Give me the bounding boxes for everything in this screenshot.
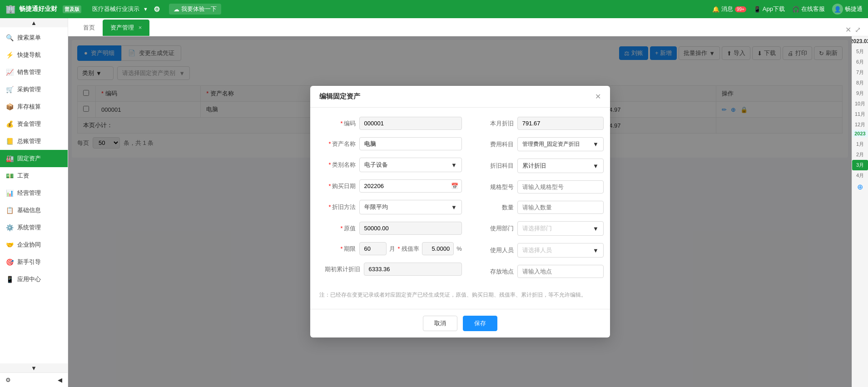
search-icon: 🔍 [5, 34, 14, 42]
notification-btn[interactable]: 🔔 消息 99+ [712, 5, 746, 13]
cal-month-9[interactable]: 9月 [852, 88, 868, 99]
original-value-input[interactable] [359, 222, 462, 235]
cal-month-3[interactable]: 3月 [852, 160, 868, 170]
department-select[interactable]: 请选择部门 ▼ [517, 221, 604, 236]
calendar-icon[interactable]: 📅 [451, 183, 458, 189]
sidebar-item-payroll[interactable]: 💵 工资 [0, 167, 68, 184]
sidebar-item-inventory[interactable]: 📦 库存核算 [0, 98, 68, 115]
quantity-input[interactable] [517, 201, 604, 214]
cal-add-icon[interactable]: ⊕ [857, 183, 863, 191]
payroll-icon: 💵 [5, 172, 14, 180]
sidebar-item-label: 基础信息 [17, 206, 41, 214]
sidebar-item-collaboration[interactable]: 🤝 企业协同 [0, 236, 68, 253]
tab-home[interactable]: 首页 [75, 20, 103, 36]
person-label: 使用人员 [473, 246, 514, 254]
period-unit: 月 [389, 245, 395, 253]
sidebar-item-label: 系统管理 [17, 223, 41, 232]
sidebar-item-ledger[interactable]: 📒 总账管理 [0, 133, 68, 150]
period-row: 月 * 残值率 % [359, 242, 462, 255]
cal-month-1[interactable]: 1月 [852, 139, 868, 149]
initial-accumulated-label: 期初累计折旧 [319, 265, 360, 273]
chevron-category-icon: ▼ [451, 162, 457, 169]
sidebar-menu: 🔍 搜索菜单 ⚡ 快捷导航 📈 销售管理 🛒 采购管理 📦 库存核算 [0, 27, 68, 363]
sidebar-item-label: 总账管理 [17, 137, 41, 145]
period-input[interactable] [359, 242, 387, 255]
sidebar-item-label: 资金管理 [17, 120, 41, 128]
cancel-button[interactable]: 取消 [423, 316, 457, 331]
cal-month-8[interactable]: 8月 [852, 78, 868, 88]
settings-icon[interactable]: ⚙ [154, 5, 160, 14]
person-placeholder: 请选择人员 [522, 246, 552, 254]
cal-month-2[interactable]: 2月 [852, 149, 868, 160]
tab-asset-mgmt-label: 资产管理 [110, 24, 134, 31]
sidebar-item-label: 应用中心 [17, 275, 41, 283]
period-label: *期限 [319, 245, 356, 253]
experience-btn[interactable]: ☁ 我要体验一下 [169, 4, 221, 15]
online-service-btn[interactable]: 🎧 在线客服 [792, 5, 825, 13]
sidebar-item-quick-nav[interactable]: ⚡ 快捷导航 [0, 46, 68, 64]
depreciation-account-value: 累计折旧 [522, 162, 546, 170]
tab-close-all-icon[interactable]: ✕ [845, 25, 851, 34]
initial-accumulated-input[interactable] [364, 263, 462, 276]
cal-month-7[interactable]: 7月 [852, 67, 868, 78]
location-input[interactable] [517, 265, 604, 278]
settings-gear-icon[interactable]: ⚙ [5, 377, 11, 383]
modal-note: 注：已经存在变更记录或者对应固定资产已经生成凭证，原值、购买日期、残值率、累计折… [319, 291, 601, 299]
code-input[interactable] [359, 117, 462, 130]
modal-title: 编辑固定资产 [319, 92, 360, 101]
notification-label: 消息 [721, 5, 733, 13]
department-placeholder: 请选择部门 [522, 224, 552, 233]
monthly-depreciation-input[interactable] [517, 117, 604, 130]
purchase-date-input[interactable] [359, 179, 462, 193]
collapse-sidebar-btn[interactable]: ◀ [58, 377, 62, 383]
finance-icon: 💰 [5, 120, 14, 128]
sidebar-scroll-down[interactable]: ▼ [0, 363, 68, 372]
cal-month-12[interactable]: 12月 [852, 119, 868, 130]
depreciation-method-select[interactable]: 年限平均 ▼ [359, 200, 462, 214]
app-download-btn[interactable]: 📱 App下载 [754, 5, 785, 13]
sidebar-item-label: 新手引导 [17, 258, 41, 266]
cal-month-5[interactable]: 5月 [852, 46, 868, 57]
sidebar-item-label: 采购管理 [17, 85, 41, 94]
tab-asset-mgmt[interactable]: 资产管理 × [103, 20, 149, 36]
user-avatar[interactable]: 👤 畅捷通 [832, 4, 863, 15]
cal-month-11[interactable]: 11月 [852, 109, 868, 119]
tab-home-label: 首页 [83, 24, 95, 31]
tab-expand-icon[interactable]: ⤢ [855, 25, 861, 34]
notification-badge: 99+ [735, 6, 746, 12]
sidebar-item-guide[interactable]: 🎯 新手引导 [0, 253, 68, 271]
modal-close-btn[interactable]: ✕ [595, 92, 601, 101]
sidebar-item-operations[interactable]: 📊 经营管理 [0, 184, 68, 202]
category-select[interactable]: 电子设备 ▼ [359, 158, 462, 172]
cal-month-4[interactable]: 4月 [852, 170, 868, 181]
cal-month-10[interactable]: 10月 [852, 99, 868, 109]
asset-name-input[interactable] [359, 137, 462, 150]
app-name: 畅捷通好业财 [19, 5, 57, 13]
purchase-date-input-wrapper: 📅 [359, 179, 462, 193]
spec-input[interactable] [517, 180, 604, 194]
fixed-assets-icon: 🏭 [5, 154, 14, 163]
sidebar-scroll-up[interactable]: ▲ [0, 18, 68, 27]
save-button[interactable]: 保存 [463, 316, 497, 331]
tab-close-icon[interactable]: × [139, 24, 142, 31]
sidebar-item-app-center[interactable]: 📱 应用中心 [0, 271, 68, 288]
app-logo-icon: 🏢 [5, 4, 15, 14]
residual-rate-input[interactable] [422, 242, 454, 255]
industry-selector[interactable]: 医疗器械行业演示 [92, 5, 139, 13]
depreciation-account-select[interactable]: 累计折旧 ▼ [517, 159, 604, 173]
expense-account-select[interactable]: 管理费用_固定资产折旧 ▼ [517, 137, 604, 151]
purchase-date-label: *购买日期 [319, 182, 356, 190]
sidebar-item-fixed-assets[interactable]: 🏭 固定资产 [0, 150, 68, 167]
sidebar-item-basic-info[interactable]: 📋 基础信息 [0, 202, 68, 219]
person-select[interactable]: 请选择人员 ▼ [517, 243, 604, 258]
sidebar-item-sales[interactable]: 📈 销售管理 [0, 64, 68, 81]
system-icon: ⚙️ [5, 223, 14, 232]
sidebar-item-finance[interactable]: 💰 资金管理 [0, 115, 68, 133]
modal-body: *编码 *资产名称 [310, 108, 610, 308]
sidebar-item-purchase[interactable]: 🛒 采购管理 [0, 81, 68, 98]
cal-month-6[interactable]: 6月 [852, 57, 868, 67]
sidebar-item-system[interactable]: ⚙️ 系统管理 [0, 219, 68, 236]
sidebar-item-search[interactable]: 🔍 搜索菜单 [0, 29, 68, 46]
purchase-icon: 🛒 [5, 85, 14, 94]
monthly-depreciation-label: 本月折旧 [473, 119, 514, 128]
